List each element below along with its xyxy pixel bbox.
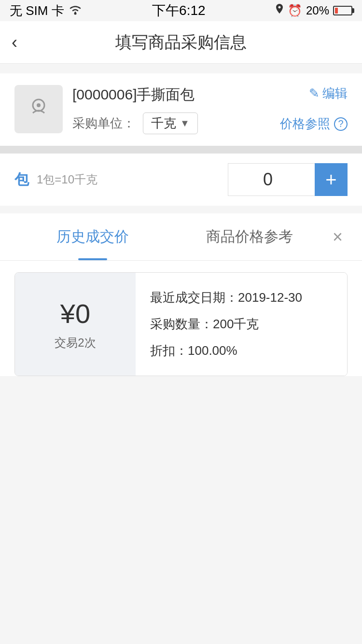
battery-icon (333, 6, 352, 15)
signal-text: 无 SIM 卡 (10, 2, 64, 19)
price-amount: ¥0 (60, 298, 90, 329)
price-date-row: 最近成交日期：2019-12-30 (150, 288, 333, 307)
product-header: [0000006]手撕面包 采购单位： 千克 ▼ ✎ 编辑 价格参照 ? (14, 85, 348, 134)
product-left: [0000006]手撕面包 采购单位： 千克 ▼ (14, 85, 198, 134)
price-qty-row: 采购数量：200千克 (150, 315, 333, 334)
bottom-space (0, 388, 362, 644)
product-actions: ✎ 编辑 价格参照 ? (280, 85, 348, 132)
tab-price-ref[interactable]: 商品价格参考 (171, 213, 327, 260)
unit-arrow-icon: ▼ (180, 118, 190, 129)
edit-label: 编辑 (322, 85, 348, 102)
separator (0, 146, 362, 154)
discount-label: 折扣： (150, 343, 188, 358)
wifi-icon (68, 3, 83, 18)
edit-button[interactable]: ✎ 编辑 (309, 85, 348, 102)
price-value: 0 (75, 298, 90, 329)
qty-label: 采购数量： (150, 317, 213, 331)
quantity-input-area: + (228, 163, 348, 196)
status-time: 下午6:12 (152, 1, 206, 20)
pkg-icon: 包 (14, 170, 29, 190)
price-ref-label: 价格参照 (280, 115, 330, 132)
date-value: 2019-12-30 (238, 290, 302, 305)
product-info: [0000006]手撕面包 采购单位： 千克 ▼ (72, 85, 198, 134)
question-icon: ? (334, 117, 348, 131)
battery-percent: 20% (306, 4, 329, 17)
tabs-section: 历史成交价 商品价格参考 × ¥0 交易2次 最近成交日期：2019-12-30… (0, 213, 362, 376)
price-ref-button[interactable]: 价格参照 ? (280, 115, 348, 132)
nav-bar: ‹ 填写商品采购信息 (0, 21, 362, 64)
status-left: 无 SIM 卡 (10, 2, 83, 19)
alarm-icon: ⏰ (288, 4, 302, 17)
edit-icon: ✎ (309, 86, 320, 101)
price-transactions: 交易2次 (55, 335, 96, 350)
back-button[interactable]: ‹ (12, 32, 17, 53)
qty-value: 200千克 (213, 317, 259, 331)
quantity-plus-button[interactable]: + (315, 163, 348, 196)
price-card-right: 最近成交日期：2019-12-30 采购数量：200千克 折扣：100.00% (136, 273, 347, 376)
price-card: ¥0 交易2次 最近成交日期：2019-12-30 采购数量：200千克 折扣：… (14, 272, 348, 376)
discount-value: 100.00% (188, 343, 237, 358)
status-right: ⏰ 20% (275, 4, 352, 17)
quantity-label: 包 1包=10千克 (14, 170, 97, 190)
unit-label: 采购单位： (72, 115, 135, 132)
location-icon (275, 4, 284, 17)
product-name: [0000006]手撕面包 (72, 85, 198, 105)
product-unit-row: 采购单位： 千克 ▼ (72, 112, 198, 134)
svg-point-2 (37, 103, 41, 107)
unit-selector[interactable]: 千克 ▼ (143, 112, 198, 134)
tab-close-button[interactable]: × (328, 217, 348, 257)
tab-history-price[interactable]: 历史成交价 (14, 213, 171, 260)
svg-point-0 (74, 12, 76, 14)
tabs-header: 历史成交价 商品价格参考 × (0, 213, 362, 261)
unit-value: 千克 (151, 115, 176, 132)
pkg-ratio: 1包=10千克 (37, 172, 97, 187)
page-title: 填写商品采购信息 (115, 31, 247, 54)
quantity-input[interactable] (228, 163, 315, 196)
product-card: [0000006]手撕面包 采购单位： 千克 ▼ ✎ 编辑 价格参照 ? (0, 73, 362, 146)
price-card-left: ¥0 交易2次 (15, 273, 136, 376)
status-bar: 无 SIM 卡 下午6:12 ⏰ 20% (0, 0, 362, 21)
price-currency: ¥ (60, 298, 75, 329)
price-discount-row: 折扣：100.00% (150, 341, 333, 360)
quantity-row: 包 1包=10千克 + (0, 154, 362, 206)
product-image (14, 85, 63, 133)
date-label: 最近成交日期： (150, 290, 238, 305)
